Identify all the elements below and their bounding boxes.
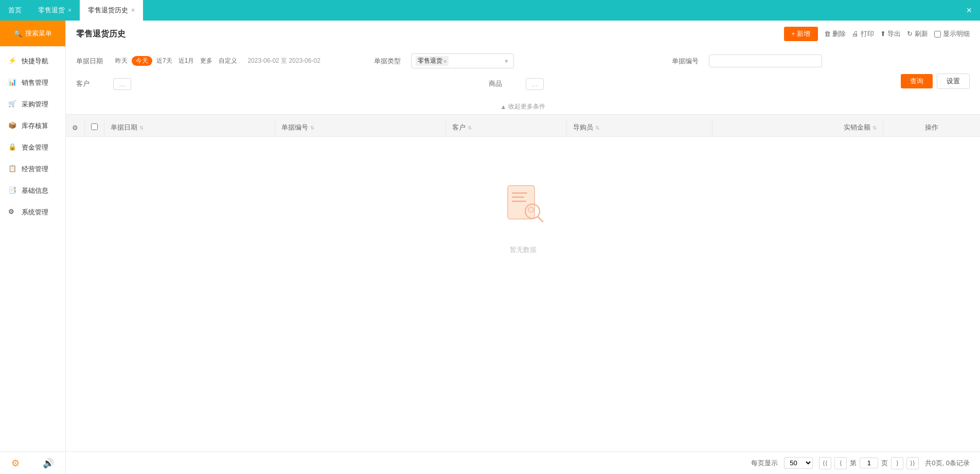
th-actions-label: 操作 [925,123,938,131]
tab-close-retail-return-history[interactable]: × [131,7,135,14]
date-btn-yesterday[interactable]: 昨天 [113,56,130,66]
customer-picker-button[interactable]: … [113,78,131,90]
date-filter-label: 单据日期 [76,57,105,66]
nav-label-purchase: 采购管理 [22,100,48,109]
sidebar-item-purchase[interactable]: 🛒 采购管理 [0,94,65,115]
pagination-nav: ⟨⟨ ⟨ 第 页 ⟩ ⟩⟩ [819,457,919,469]
date-btn-7days[interactable]: 近7天 [154,56,174,66]
date-btn-custom[interactable]: 自定义 [217,56,239,66]
empty-illustration [497,178,549,239]
page-prefix-label: 第 [850,459,857,468]
sidebar-item-basic-info[interactable]: 📑 基础信息 [0,180,65,202]
bill-type-tag-value: 零售退货 [418,57,442,65]
tab-home[interactable]: 首页 [0,0,30,21]
date-btn-more[interactable]: 更多 [198,56,215,66]
date-filter-block: 单据日期 昨天 今天 近7天 近1月 更多 自定义 2023-06-02 至 2… [76,56,364,66]
page-number-input[interactable] [860,458,878,468]
svg-point-6 [528,207,533,212]
bill-date-sort-icon: ⇅ [139,125,144,131]
th-checkbox[interactable] [85,119,104,137]
sidebar-search-label: 搜索菜单 [25,29,52,38]
date-btn-1month[interactable]: 近1月 [176,56,197,66]
show-detail-checkbox-label[interactable]: 显示明细 [934,29,970,39]
nav-icon-purchase: 🛒 [8,100,17,109]
collapse-label: 收起更多条件 [508,102,545,111]
new-button[interactable]: + 新增 [784,27,817,41]
show-detail-label: 显示明细 [943,29,970,39]
delete-button[interactable]: 🗑 删除 [824,29,846,39]
settings-icon[interactable]: ⚙ [11,458,20,469]
empty-state: 暂无数据 [66,137,980,296]
bill-no-input[interactable] [709,54,822,67]
main-layout: 🔍 搜索菜单 ⚡ 快捷导航 📊 销售管理 🛒 采购管理 📦 库存核算 🔒 资金管… [0,21,980,474]
nav-label-operations: 经营管理 [22,165,48,174]
query-button[interactable]: 查询 [901,74,933,88]
first-page-button[interactable]: ⟨⟨ [819,457,831,469]
print-button[interactable]: 🖨 打印 [852,29,874,39]
per-page-label: 每页显示 [751,459,778,468]
sidebar-item-quick-nav[interactable]: ⚡ 快捷导航 [0,50,65,72]
content-area: 零售退货历史 + 新增 🗑 删除 🖨 打印 ⬆ 导出 ↻ 刷新 显示明细 [66,21,980,474]
customer-sort-icon: ⇅ [468,125,472,131]
per-page-select[interactable]: 20 50 100 [784,457,813,469]
tab-close-retail-return[interactable]: × [68,7,72,14]
date-shortcuts: 昨天 今天 近7天 近1月 更多 自定义 [113,56,239,66]
th-guide-sort[interactable]: 导购员 ⇅ [573,123,706,132]
last-page-button[interactable]: ⟩⟩ [906,457,919,469]
collapse-arrow-icon: ▲ [501,103,507,111]
bill-type-tag-close[interactable]: × [443,58,447,64]
select-all-checkbox[interactable] [91,123,98,130]
export-button[interactable]: ⬆ 导出 [880,29,901,39]
th-bill-date: 单据日期 ⇅ [104,119,275,137]
svg-rect-0 [508,186,534,219]
sidebar-search[interactable]: 🔍 搜索菜单 [0,21,65,46]
nav-icon-quick-nav: ⚡ [8,57,17,66]
show-detail-checkbox[interactable] [934,31,941,38]
refresh-button[interactable]: ↻ 刷新 [907,29,928,39]
volume-icon[interactable]: 🔊 [43,458,54,469]
sidebar-item-inventory[interactable]: 📦 库存核算 [0,115,65,137]
sidebar: 🔍 搜索菜单 ⚡ 快捷导航 📊 销售管理 🛒 采购管理 📦 库存核算 🔒 资金管… [0,21,66,474]
settings-button[interactable]: 设置 [937,74,970,89]
th-customer-sort[interactable]: 客户 ⇅ [452,123,560,132]
nav-icon-system: ⚙ [8,208,17,217]
th-bill-no-sort[interactable]: 单据编号 ⇅ [281,123,439,132]
pagination-bar: 每页显示 20 50 100 ⟨⟨ ⟨ 第 页 ⟩ ⟩⟩ 共0页, 0条记录 [66,451,980,474]
empty-row: 暂无数据 [66,137,980,296]
page-header: 零售退货历史 + 新增 🗑 删除 🖨 打印 ⬆ 导出 ↻ 刷新 显示明细 [66,21,980,115]
sidebar-item-operations[interactable]: 📋 经营管理 [0,158,65,180]
th-customer: 客户 ⇅ [446,119,566,137]
prev-page-button[interactable]: ⟨ [834,457,847,469]
sidebar-item-system[interactable]: ⚙ 系统管理 [0,202,65,223]
bill-no-filter-block: 单据编号 [672,54,959,67]
th-settings[interactable]: ⚙ [66,119,85,137]
page-suffix-label: 页 [881,459,888,468]
bill-type-tag: 零售退货 × [416,56,449,66]
goods-label: 商品 [489,79,518,88]
goods-picker-button[interactable]: … [526,78,544,90]
th-actual-amount: 实销金额 ⇅ [712,119,883,137]
sidebar-item-finance[interactable]: 🔒 资金管理 [0,137,65,158]
collapse-button[interactable]: ▲ 收起更多条件 [501,102,546,111]
th-actual-amount-sort[interactable]: 实销金额 ⇅ [719,123,877,132]
bill-type-select[interactable]: 零售退货 × ▼ [411,53,514,68]
th-customer-label: 客户 [452,123,466,132]
next-page-button[interactable]: ⟩ [891,457,903,469]
data-table: ⚙ 单据日期 ⇅ 单据编号 [66,119,980,296]
table-body: 暂无数据 [66,137,980,296]
bill-no-sort-icon: ⇅ [310,125,314,131]
th-bill-date-sort[interactable]: 单据日期 ⇅ [111,123,269,132]
tab-retail-return[interactable]: 零售退货× [30,0,80,21]
page-title-row: 零售退货历史 + 新增 🗑 删除 🖨 打印 ⬆ 导出 ↻ 刷新 显示明细 [76,27,970,41]
settings-gear-icon[interactable]: ⚙ [72,124,78,132]
search-icon: 🔍 [14,30,22,38]
sidebar-item-sales[interactable]: 📊 销售管理 [0,72,65,94]
filter-action-buttons: 查询 设置 [901,74,970,94]
sidebar-bottom: ⚙ 🔊 [0,451,65,474]
total-info: 共0页, 0条记录 [925,459,970,468]
nav-icon-operations: 📋 [8,165,17,174]
th-actual-amount-label: 实销金额 [844,123,870,132]
window-close-button[interactable]: × [958,5,980,16]
date-btn-today[interactable]: 今天 [132,56,152,66]
tab-retail-return-history[interactable]: 零售退货历史× [80,0,143,21]
